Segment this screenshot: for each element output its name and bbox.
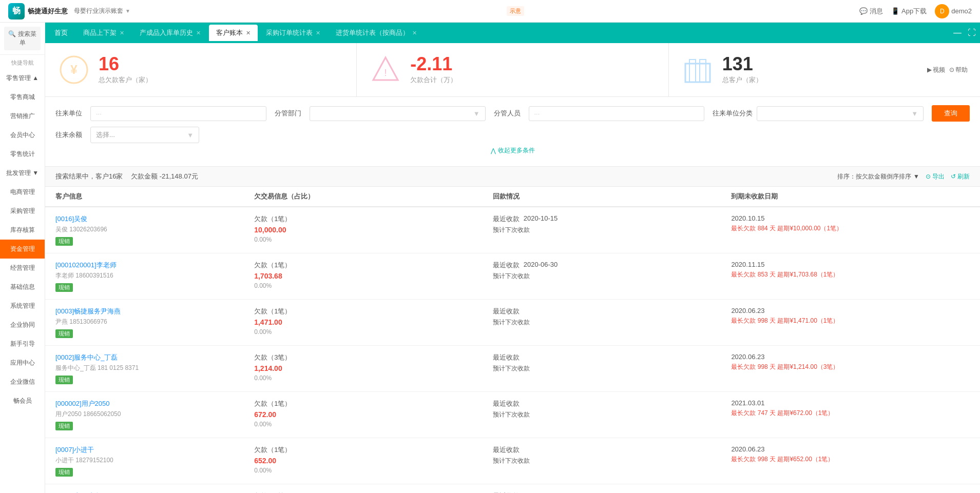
sidebar-item-label: 经营管理 (10, 264, 35, 272)
sidebar-item-label: 零售管理 ▲ (6, 74, 39, 83)
app-download-btn[interactable]: 📱 App下载 (891, 7, 927, 16)
customer-info-3: [0003]畅捷服务尹海燕 尹燕 18513066976 现销 (55, 307, 254, 338)
sidebar-item-label: 资金管理 (10, 245, 35, 253)
tab-close-icon[interactable]: ✕ (316, 30, 320, 36)
quick-nav-btn[interactable]: 示意 (507, 6, 524, 16)
user-area[interactable]: D demo2 (935, 4, 972, 18)
customer-name-3[interactable]: [0003]畅捷服务尹海燕 (55, 307, 121, 315)
tab-close-icon[interactable]: ✕ (120, 30, 124, 36)
top-bar-right: 💬 消息 📱 App下载 D demo2 (859, 4, 972, 18)
sidebar-item-retail-stats[interactable]: 零售统计 (0, 145, 45, 164)
result-bar: 搜索结果中，客户16家 欠款金额 -21,148.07元 排序：按欠款金额倒序排… (45, 167, 980, 187)
filter-unit-category-label: 往来单位分类 (713, 109, 753, 118)
overdue-text-4: 最长欠款 998 天 超期¥1,214.00（3笔） (731, 363, 970, 371)
customer-name-4[interactable]: [0002]服务中心_丁磊 (55, 353, 118, 361)
recovery-next-5: 预计下次收款 (493, 410, 732, 419)
tab-stock-history[interactable]: 产成品入库单历史 ✕ (132, 25, 208, 41)
sidebar-item-wholesale[interactable]: 批发管理 ▼ (0, 164, 45, 183)
sidebar-item-basic-info[interactable]: 基础信息 (0, 278, 45, 297)
tab-close-icon[interactable]: ✕ (412, 30, 417, 36)
overdue-days-4: 最长欠款 998 天 (731, 363, 776, 370)
filter-person-label: 分管人员 (494, 109, 525, 118)
phone-icon: 📱 (891, 7, 899, 15)
top-bar-left: 畅 畅捷通好生意 母婴行业演示账套 ▼ (8, 3, 130, 19)
customer-tag-6: 现销 (55, 468, 73, 477)
tab-purchase-stats-product-label: 进货单统计表（按商品） (336, 28, 409, 37)
collapse-btn[interactable]: ⋀ 收起更多条件 (55, 143, 970, 158)
sidebar-item-inventory[interactable]: 库存核算 (0, 221, 45, 240)
search-btn[interactable]: 查询 (932, 105, 970, 122)
filter-unit-category-select[interactable]: ▼ (757, 106, 924, 121)
sidebar-item-label: 新手引导 (10, 340, 35, 348)
debt-amount-1: 10,000.00 (254, 226, 493, 234)
sidebar: 🔍 搜索菜单 快捷导航 零售管理 ▲ 零售商城 营销推广 会员中心 零售统计 批… (0, 23, 45, 493)
export-btn[interactable]: ⊙ 导出 (926, 172, 945, 181)
sidebar-item-guide[interactable]: 新手引导 (0, 334, 45, 353)
filter-dept-label: 分管部门 (275, 109, 305, 118)
recovery-label-6: 最近收款 (493, 445, 520, 455)
overdue-link-6[interactable]: 超期¥652.00（1笔） (777, 456, 834, 463)
sidebar-item-wechat[interactable]: 企业微信 (0, 372, 45, 391)
customer-name-1[interactable]: [0016]吴俊 (55, 215, 87, 223)
sidebar-item-label: 畅会员 (13, 397, 32, 405)
sidebar-item-purchase[interactable]: 采购管理 (0, 202, 45, 221)
customer-name-2[interactable]: [0001020001]李老师 (55, 261, 117, 269)
sidebar-item-label: 基础信息 (10, 283, 35, 291)
filter-dept-select[interactable]: ▼ (310, 106, 486, 121)
tab-customer-account[interactable]: 客户账本 ✕ (209, 25, 258, 41)
filter-person-input[interactable]: ··· (529, 106, 705, 121)
svg-text:¥: ¥ (70, 63, 78, 76)
customer-tag-2: 现销 (55, 283, 73, 292)
app-download-label: App下载 (901, 7, 927, 16)
sort-select[interactable]: 排序：按欠款金额倒序排序 ▼ (837, 172, 919, 181)
tab-purchase-stats-product[interactable]: 进货单统计表（按商品） ✕ (329, 25, 424, 41)
tab-close-icon[interactable]: ✕ (196, 30, 201, 36)
overdue-link-1[interactable]: 超期¥10,000.00（1笔） (777, 225, 842, 232)
sidebar-item-app-center[interactable]: 应用中心 (0, 353, 45, 372)
refresh-btn[interactable]: ↺ 刷新 (951, 172, 970, 181)
video-btn[interactable]: ▶ 视频 (927, 66, 945, 74)
filter-row-2: 往来余额 选择... ▼ (55, 127, 970, 143)
search-menu-label: 搜索菜单 (18, 30, 36, 46)
filter-balance-select[interactable]: 选择... ▼ (90, 127, 199, 143)
debt-info-1: 欠款（1笔） 10,000.00 0.00% (254, 214, 493, 243)
search-menu-btn[interactable]: 🔍 搜索菜单 (4, 27, 41, 50)
overdue-link-2[interactable]: 超期¥1,703.68（1笔） (777, 271, 839, 278)
filter-unit-input[interactable]: ··· (90, 106, 266, 121)
customer-name-6[interactable]: [0007]小进干 (55, 446, 94, 453)
industry-selector[interactable]: 母婴行业演示账套 ▼ (74, 7, 130, 15)
sidebar-item-retail-management[interactable]: 零售管理 ▲ (0, 69, 45, 88)
tab-collapse-btn[interactable]: — (951, 27, 964, 38)
sidebar-item-operations[interactable]: 经营管理 (0, 259, 45, 278)
refresh-label: 刷新 (957, 172, 970, 181)
tab-close-icon[interactable]: ✕ (246, 30, 251, 36)
sidebar-item-retail-mall[interactable]: 零售商城 (0, 88, 45, 107)
table-row: [0016]吴俊 吴俊 13026203696 现销 欠款（1笔） 10,000… (45, 207, 980, 253)
debt-label-5: 欠款（1笔） (254, 399, 493, 408)
col-header-debt: 欠交易信息（占比） (254, 192, 493, 201)
sidebar-item-member2[interactable]: 畅会员 (0, 391, 45, 410)
filter-unit-category: 往来单位分类 ▼ (713, 106, 924, 121)
tab-home[interactable]: 首页 (47, 25, 75, 41)
customer-name-5[interactable]: [000002]用户2050 (55, 400, 110, 407)
overdue-link-4[interactable]: 超期¥1,214.00（3笔） (777, 363, 839, 370)
message-btn[interactable]: 💬 消息 (859, 7, 883, 16)
sidebar-item-member[interactable]: 会员中心 (0, 126, 45, 145)
sidebar-item-enterprise[interactable]: 企业协同 (0, 315, 45, 334)
tab-expand-btn[interactable]: ⛶ (966, 27, 978, 38)
help-btn[interactable]: ⊙ 帮助 (949, 66, 968, 74)
sidebar-search-area: 🔍 搜索菜单 (0, 23, 45, 55)
result-info: 搜索结果中，客户16家 欠款金额 -21,148.07元 (55, 172, 198, 181)
sidebar-item-ecommerce[interactable]: 电商管理 (0, 183, 45, 202)
chevron-down-icon: ▼ (913, 173, 919, 180)
tab-purchase-order-stats[interactable]: 采购订单统计表 ✕ (259, 25, 328, 41)
filter-area: 往来单位 ··· 分管部门 ▼ (45, 97, 980, 167)
sidebar-item-marketing[interactable]: 营销推广 (0, 107, 45, 126)
sidebar-item-system[interactable]: 系统管理 (0, 297, 45, 315)
sidebar-item-finance[interactable]: 资金管理 (0, 240, 45, 259)
tab-product-shelf[interactable]: 商品上下架 ✕ (76, 25, 131, 41)
search-icon: 🔍 (8, 30, 16, 37)
overdue-link-3[interactable]: 超期¥1,471.00（1笔） (777, 317, 839, 324)
overdue-link-5[interactable]: 超期¥672.00（1笔） (777, 409, 834, 417)
chevron-down-icon: ▼ (911, 110, 918, 117)
